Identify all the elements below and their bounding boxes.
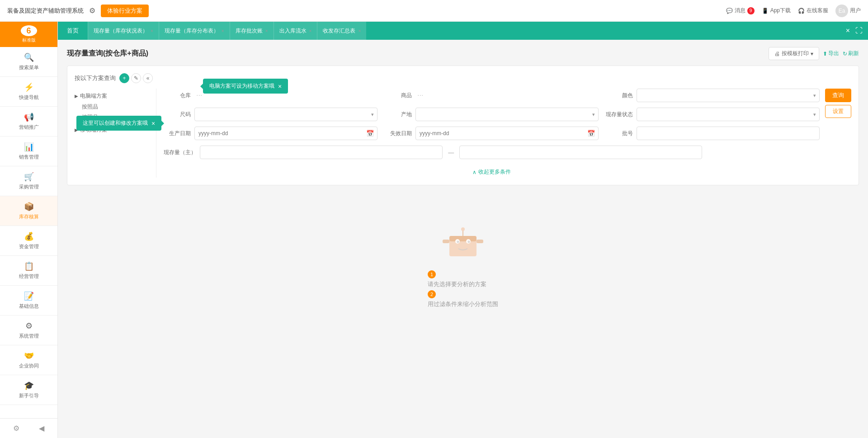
sidebar-item-marketing[interactable]: 📢 营销推广	[0, 107, 57, 137]
settings-icon[interactable]: ⚙	[89, 6, 95, 15]
printer-icon: 🖨	[774, 51, 780, 57]
sidebar-item-guide[interactable]: 🎓 新手引导	[0, 375, 57, 405]
edit-scheme-btn[interactable]: ✎	[131, 73, 141, 83]
search-btn[interactable]: 查询	[825, 89, 851, 102]
tab-inventory-dist-close[interactable]: ×	[222, 28, 224, 33]
tab-inventory-status[interactable]: 现存量（库存状况表） ×	[88, 22, 159, 40]
empty-step1: 1 请先选择要分析的方案	[428, 270, 498, 290]
scheme-tooltip: 电脑方案可设为移动方案哦 ×	[203, 79, 288, 94]
sidebar-label-inventory: 库存核算	[19, 213, 39, 220]
inv-status-select-wrapper	[637, 108, 820, 121]
print-dropdown-icon: ▾	[811, 51, 813, 57]
message-btn[interactable]: 💬 消息 9	[726, 7, 755, 14]
tab-batch[interactable]: 库存批次账 ×	[230, 22, 274, 40]
svg-rect-6	[443, 240, 449, 243]
settings-btn-form[interactable]: 设置	[825, 105, 851, 118]
sidebar-settings-btn[interactable]: ⚙	[13, 424, 19, 433]
color-select[interactable]	[637, 89, 820, 102]
tab-collect-close[interactable]: ×	[358, 28, 361, 33]
collapse-btn[interactable]: ∧ 收起更多条件	[472, 168, 511, 176]
tab-close-all-btn[interactable]: ×	[844, 25, 852, 37]
sidebar-label-finance: 资金管理	[19, 243, 39, 250]
app-download-btn[interactable]: 📱 App下载	[762, 7, 791, 14]
sidebar-label-basic: 基础信息	[19, 303, 39, 310]
scheme-group-pc-title[interactable]: ▶ 电脑端方案	[75, 90, 156, 102]
empty-state: 1 请先选择要分析的方案 2 用过滤条件来缩小分析范围	[67, 191, 859, 337]
online-service-label: 在线客服	[807, 7, 828, 14]
scheme-tree: 这里可以创建和修改方案哦 × ▶ 电脑端方案 按照品	[75, 89, 156, 178]
svg-rect-7	[476, 240, 483, 243]
produce-date-calendar-icon[interactable]: 📅	[366, 130, 374, 137]
system-name: 装备及固定资产辅助管理系统	[7, 7, 84, 15]
inv-status-field: 现存量状态	[606, 108, 820, 121]
origin-select[interactable]	[415, 108, 599, 121]
tab-home[interactable]: 首页	[58, 22, 88, 40]
produce-date-input[interactable]	[194, 127, 377, 140]
inv-main-to-input[interactable]	[459, 146, 702, 159]
industry-btn[interactable]: 体验行业方案	[101, 5, 149, 17]
form-row-4: 现存量（主） —	[164, 146, 820, 159]
expire-date-input-wrapper: 📅	[415, 127, 599, 140]
warehouse-dots[interactable]: ···	[194, 91, 204, 99]
empty-icon	[440, 218, 486, 263]
user-label: 用户	[850, 7, 861, 14]
sidebar-item-purchase[interactable]: 🛒 采购管理	[0, 166, 57, 196]
expire-date-calendar-icon[interactable]: 📅	[587, 130, 595, 137]
size-select[interactable]	[194, 108, 377, 121]
inv-main-field: 现存量（主） —	[164, 146, 820, 159]
scheme-item-pc-1[interactable]: 按照品	[75, 102, 156, 112]
scheme-tooltip-close[interactable]: ×	[278, 83, 282, 90]
add-scheme-btn[interactable]: +	[119, 73, 129, 83]
pc-arrow-icon: ▶	[75, 94, 78, 99]
purchase-icon: 🛒	[24, 172, 34, 182]
sidebar-item-finance[interactable]: 💰 资金管理	[0, 226, 57, 256]
user-avatar: Ea	[835, 5, 848, 17]
page-header: 现存量查询(按仓库+商品) 🖨 按模板打印 ▾ ⬆ 导出	[67, 47, 859, 60]
filter-actions: + ✎ «	[119, 73, 153, 83]
sidebar-item-quicknav[interactable]: ⚡ 快捷导航	[0, 77, 57, 107]
goods-field: 商品 ···	[385, 91, 599, 99]
expire-date-input[interactable]	[415, 127, 599, 140]
sidebar-bottom: ⚙ ◀	[0, 418, 57, 438]
export-icon: ⬆	[823, 51, 827, 57]
sidebar-label-search: 搜索菜单	[19, 64, 39, 71]
sidebar-item-sales[interactable]: 📊 销售管理	[0, 137, 57, 166]
online-service-btn[interactable]: 🎧 在线客服	[798, 7, 828, 14]
color-field: 颜色	[606, 89, 820, 102]
tab-inventory-status-close[interactable]: ×	[151, 28, 153, 33]
export-btn[interactable]: ⬆ 导出	[823, 50, 839, 57]
sidebar-collapse-btn[interactable]: ◀	[39, 424, 44, 433]
tab-inventory-dist-label: 现存量（库存分布表）	[165, 27, 219, 35]
top-header: 装备及固定资产辅助管理系统 ⚙ 体验行业方案 💬 消息 9 📱 App下载 🎧 …	[0, 0, 868, 22]
sidebar-item-inventory[interactable]: 📦 库存核算	[0, 196, 57, 226]
operation-icon: 📋	[24, 261, 34, 271]
sidebar-item-enterprise[interactable]: 🤝 企业协同	[0, 345, 57, 375]
header-right: 💬 消息 9 📱 App下载 🎧 在线客服 Ea 用户	[726, 5, 861, 17]
back-btn[interactable]: «	[143, 73, 153, 83]
origin-label: 产地	[385, 111, 412, 118]
tab-collect[interactable]: 收发存汇总表 ×	[317, 22, 366, 40]
sidebar-item-search[interactable]: 🔍 搜索菜单	[0, 47, 57, 77]
sidebar-item-basic[interactable]: 📝 基础信息	[0, 286, 57, 316]
goods-dots[interactable]: ···	[415, 91, 425, 99]
batch-input[interactable]	[637, 127, 820, 140]
inventory-icon: 📦	[24, 202, 34, 212]
tab-inventory-dist[interactable]: 现存量（库存分布表） ×	[159, 22, 230, 40]
tab-inout[interactable]: 出入库流水 ×	[274, 22, 317, 40]
user-btn[interactable]: Ea 用户	[835, 5, 861, 17]
tab-inout-close[interactable]: ×	[309, 28, 312, 33]
inv-status-select[interactable]	[637, 108, 820, 121]
refresh-btn[interactable]: ↻ 刷新	[843, 50, 859, 57]
inv-main-from-input[interactable]	[200, 146, 443, 159]
sidebar-item-operation[interactable]: 📋 经营管理	[0, 256, 57, 286]
app-download-label: App下载	[770, 7, 791, 14]
edit-tooltip-close[interactable]: ×	[151, 120, 155, 127]
goods-label: 商品	[385, 92, 412, 99]
tab-batch-close[interactable]: ×	[265, 28, 268, 33]
sidebar-item-system[interactable]: ⚙ 系统管理	[0, 316, 57, 345]
produce-date-field: 生产日期 📅	[164, 127, 377, 140]
sidebar-label-marketing: 营销推广	[19, 124, 39, 131]
tab-fullscreen-btn[interactable]: ⛶	[854, 25, 864, 37]
filter-header: 按以下方案查询 + ✎ « 电脑方案可设为移动方案哦 ×	[75, 73, 851, 83]
print-btn[interactable]: 🖨 按模板打印 ▾	[769, 47, 819, 60]
